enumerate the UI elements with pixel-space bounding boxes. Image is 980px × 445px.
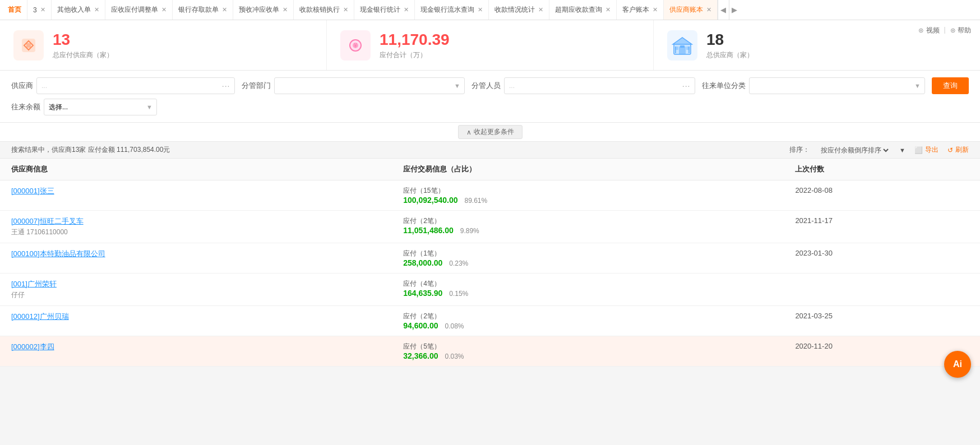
receipt-stat-close[interactable]: ✕: [538, 6, 543, 13]
tx-cell: 应付（2笔）11,051,486.009.89%: [392, 211, 784, 243]
nav-tab-overdue-query[interactable]: 超期应收款查询 ✕: [549, 0, 617, 20]
table-container: 供应商信息 应付交易信息（占比） 上次付数 [000001]张三应付（15笔）1…: [0, 159, 980, 367]
tx-amount[interactable]: 32,366.00: [403, 351, 438, 360]
sort-select[interactable]: 按应付余额倒序排序: [819, 146, 890, 155]
tx-cell: 应付（2笔）94,600.000.08%: [392, 306, 784, 336]
filter-area: 供应商 ··· 分管部门 ▼ 分管人员 ··· 往来单位分类: [0, 71, 980, 123]
tx-amount[interactable]: 258,000.00: [403, 258, 442, 267]
nav-tab-customer-book[interactable]: 客户账本 ✕: [617, 0, 664, 20]
tx-amount[interactable]: 11,051,486.00: [403, 226, 454, 235]
th-payable-tx: 应付交易信息（占比）: [392, 159, 784, 180]
overdue-query-label: 超期应收款查询: [555, 5, 602, 15]
supplier-link[interactable]: [000002]李四: [11, 342, 54, 351]
supplier-link[interactable]: [000012]广州贝瑞: [11, 312, 69, 321]
cash-bank-stat-label: 现金银行统计: [360, 5, 400, 15]
supplier-book-close[interactable]: ✕: [706, 6, 711, 13]
department-input-wrap: ▼: [274, 77, 465, 94]
category-label: 往来单位分类: [702, 81, 746, 91]
tab3-close[interactable]: ✕: [40, 6, 45, 13]
nav-tab-supplier-book[interactable]: 供应商账本 ✕: [664, 0, 718, 20]
nav-tab-cash-bank-stat[interactable]: 现金银行统计 ✕: [354, 0, 415, 20]
supplier-cell: [000012]广州贝瑞: [0, 306, 392, 336]
cash-bank-stat-close[interactable]: ✕: [404, 6, 409, 13]
nav-arrow-right[interactable]: ▶: [729, 0, 740, 20]
home-label: 首页: [8, 5, 21, 15]
filter-person: 分管人员 ···: [471, 77, 695, 94]
total-suppliers-number: 18: [706, 30, 754, 49]
tx-percent: 0.15%: [449, 290, 468, 298]
video-link[interactable]: ⊙ 视频: [918, 26, 939, 35]
supplier-link[interactable]: [000100]本特勤油品有限公司: [11, 249, 105, 258]
filter-supplier: 供应商 ···: [11, 77, 235, 94]
overdue-close[interactable]: ✕: [605, 6, 611, 13]
nav-tab-ar-ap-adjust[interactable]: 应收应付调整单 ✕: [105, 0, 173, 20]
supplier-link[interactable]: [001]广州荣轩: [11, 280, 57, 288]
collapse-button[interactable]: ∧ 收起更多条件: [458, 125, 523, 139]
sort-chevron-icon: ▼: [899, 147, 905, 154]
customer-book-close[interactable]: ✕: [653, 6, 658, 13]
last-payment-date: 2020-11-20: [795, 342, 833, 350]
cash-flow-close[interactable]: ✕: [478, 6, 483, 13]
nav-tab-cash-flow-query[interactable]: 现金银行流水查询 ✕: [415, 0, 489, 20]
nav-tab-bank-deposit[interactable]: 银行存取款单 ✕: [173, 0, 233, 20]
nav-arrow-left[interactable]: ◀: [718, 0, 729, 20]
last-payment-date: 2022-08-08: [795, 186, 833, 194]
svg-rect-9: [680, 45, 685, 48]
top-navigation: 首页 3 ✕ 其他收入单 ✕ 应收应付调整单 ✕ 银行存取款单 ✕ 预收冲应收单…: [0, 0, 980, 20]
export-button[interactable]: ⬜ 导出: [914, 145, 939, 155]
supplier-cell: [000007]恒旺二手叉车王通 17106110000: [0, 211, 392, 243]
other-income-label: 其他收入单: [57, 5, 91, 15]
collapse-label: 收起更多条件: [474, 127, 514, 137]
card-content-total-suppliers: 18 总供应商（家）: [706, 30, 754, 60]
refresh-button[interactable]: ↺ 刷新: [947, 145, 969, 155]
bank-deposit-close[interactable]: ✕: [222, 6, 227, 13]
payment-verify-close[interactable]: ✕: [343, 6, 348, 13]
help-link[interactable]: ⊙ 帮助: [950, 26, 971, 35]
cash-flow-query-label: 现金银行流水查询: [420, 5, 474, 15]
last-payment-date: 2021-11-17: [795, 216, 833, 225]
nav-tab-payment-verify[interactable]: 收款核销执行 ✕: [294, 0, 354, 20]
tx-amount[interactable]: 164,635.90: [403, 289, 442, 298]
prepay-offset-close[interactable]: ✕: [283, 6, 288, 13]
person-input[interactable]: [504, 77, 695, 94]
other-income-close[interactable]: ✕: [94, 6, 99, 13]
table-row: [000007]恒旺二手叉车王通 17106110000应付（2笔）11,051…: [0, 211, 980, 243]
supplier-cell: [000002]李四: [0, 336, 392, 367]
tx-amount[interactable]: 94,600.00: [403, 321, 438, 330]
total-payable-suppliers-number: 13: [53, 30, 113, 49]
tx-label: 应付（15笔）: [403, 186, 773, 196]
tx-amount[interactable]: 100,092,540.00: [403, 196, 457, 205]
balance-select[interactable]: 选择...: [44, 99, 157, 115]
category-select[interactable]: [749, 77, 926, 94]
nav-tab-other-income[interactable]: 其他收入单 ✕: [52, 0, 105, 20]
supplier-link[interactable]: [000007]恒旺二手叉车: [11, 217, 84, 225]
ar-ap-close[interactable]: ✕: [161, 6, 167, 13]
th-supplier-info: 供应商信息: [0, 159, 392, 180]
nav-tab-prepay-offset[interactable]: 预收冲应收单 ✕: [233, 0, 294, 20]
table-row: [000002]李四应付（5笔）32,366.000.03%2020-11-20: [0, 336, 980, 367]
supplier-sub-info: 仔仔: [11, 290, 381, 300]
gear-icon: ¥: [340, 30, 371, 61]
supplier-sub-info: 王通 17106110000: [11, 228, 381, 237]
tx-cell: 应付（1笔）258,000.000.23%: [392, 243, 784, 274]
tx-cell: 应付（15笔）100,092,540.0089.61%: [392, 180, 784, 211]
query-button[interactable]: 查询: [932, 77, 969, 94]
sort-label: 排序：: [789, 145, 810, 155]
tx-percent: 9.89%: [460, 227, 479, 235]
supplier-input[interactable]: [36, 77, 235, 94]
summary-bar: 13 总应付供应商（家） ¥ 11,170.39 应付合计（万）: [0, 20, 980, 71]
department-select[interactable]: [274, 77, 465, 94]
table-row: [000001]张三应付（15笔）100,092,540.0089.61%202…: [0, 180, 980, 211]
nav-tab-home[interactable]: 首页: [2, 0, 27, 20]
person-label: 分管人员: [471, 81, 501, 91]
results-bar: 搜索结果中，供应商13家 应付金额 111,703,854.00元 排序： 按应…: [0, 142, 980, 159]
svg-text:¥: ¥: [353, 43, 357, 49]
nav-tab-3[interactable]: 3 ✕: [27, 0, 52, 20]
supplier-link[interactable]: [000001]张三: [11, 187, 54, 195]
last-payment-cell: 2022-08-08: [784, 180, 980, 211]
prepay-offset-label: 预收冲应收单: [239, 5, 279, 15]
tx-cell: 应付（4笔）164,635.900.15%: [392, 274, 784, 306]
nav-tab-receipt-stat[interactable]: 收款情况统计 ✕: [489, 0, 549, 20]
filter-row-1: 供应商 ··· 分管部门 ▼ 分管人员 ··· 往来单位分类: [11, 77, 969, 94]
category-input-wrap: ▼: [749, 77, 926, 94]
